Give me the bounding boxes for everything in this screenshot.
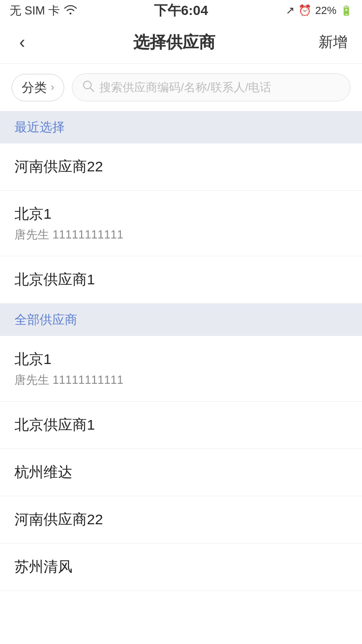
status-bar: 无 SIM 卡 下午6:04 ↗ ⏰ 22% 🔋	[0, 0, 362, 21]
search-box[interactable]: 搜索供应商编码/名称/联系人/电话	[72, 73, 350, 101]
page-title: 选择供应商	[133, 31, 215, 54]
list-item[interactable]: 北京1 唐先生 11111111111	[0, 336, 362, 402]
recent-section-label: 最近选择	[14, 120, 65, 134]
item-name: 杭州维达	[14, 462, 348, 482]
alarm-icon: ⏰	[298, 4, 311, 17]
list-item[interactable]: 河南供应商22	[0, 143, 362, 191]
recent-items-list: 河南供应商22 北京1 唐先生 11111111111 北京供应商1	[0, 143, 362, 304]
list-item[interactable]: 北京供应商1	[0, 256, 362, 304]
item-name: 北京1	[14, 204, 348, 224]
item-sub: 唐先生 11111111111	[14, 227, 348, 242]
nav-bar: ‹ 选择供应商 新增	[0, 21, 362, 64]
search-placeholder: 搜索供应商编码/名称/联系人/电话	[99, 80, 271, 95]
list-item[interactable]: 北京1 唐先生 11111111111	[0, 191, 362, 256]
recent-section-header: 最近选择	[0, 111, 362, 143]
search-icon	[82, 80, 95, 95]
chevron-right-icon: ›	[51, 81, 54, 94]
battery-icon: 🔋	[340, 5, 352, 16]
location-icon: ↗	[286, 4, 294, 17]
back-button[interactable]: ‹	[14, 28, 30, 57]
all-items-list: 北京1 唐先生 11111111111 北京供应商1 杭州维达 河南供应商22 …	[0, 336, 362, 591]
list-item[interactable]: 北京供应商1	[0, 402, 362, 449]
item-sub: 唐先生 11111111111	[14, 372, 348, 388]
new-action-button[interactable]: 新增	[319, 32, 348, 52]
category-button[interactable]: 分类 ›	[12, 74, 64, 101]
item-name: 河南供应商22	[14, 157, 348, 177]
item-name: 苏州清风	[14, 557, 348, 577]
status-time: 下午6:04	[154, 1, 208, 20]
list-item[interactable]: 杭州维达	[0, 449, 362, 496]
status-right: ↗ ⏰ 22% 🔋	[286, 4, 352, 17]
item-name: 北京供应商1	[14, 415, 348, 435]
sim-status: 无 SIM 卡	[10, 3, 60, 18]
list-item[interactable]: 苏州清风	[0, 544, 362, 591]
category-label: 分类	[22, 79, 47, 96]
item-name: 河南供应商22	[14, 510, 348, 530]
battery-text: 22%	[315, 4, 336, 17]
svg-line-1	[90, 88, 94, 91]
list-item[interactable]: 河南供应商22	[0, 496, 362, 544]
item-name: 北京1	[14, 350, 348, 369]
filter-row: 分类 › 搜索供应商编码/名称/联系人/电话	[0, 64, 362, 111]
status-left: 无 SIM 卡	[10, 3, 77, 18]
item-name: 北京供应商1	[14, 270, 348, 290]
all-section-header: 全部供应商	[0, 304, 362, 336]
wifi-icon	[64, 4, 77, 17]
all-section-label: 全部供应商	[14, 312, 77, 327]
